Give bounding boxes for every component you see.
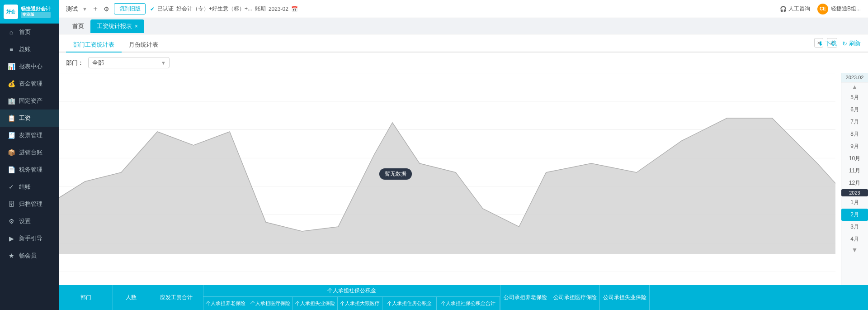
th-personal-housing-fund: 个人承担住房公积金 <box>382 297 437 310</box>
app-logo: 好会 畅捷通好会计 专业版 <box>0 0 59 24</box>
logo-icon: 好会 <box>4 5 18 19</box>
topbar: 测试 ▼ ＋ ⚙ 切到旧版 ✔ 已认证 好会计（专）+好生意（标）+... 账期… <box>59 0 868 18</box>
page-content: × ⤢ 部门工资统计表 月份统计表 ⬇ 下载 ↻ 刷新 部门： <box>59 34 868 310</box>
th-company-pension: 公司承担养老保险 <box>500 285 550 310</box>
sidebar-item-label: 报表中心 <box>19 62 42 71</box>
avatar: CE <box>817 4 828 14</box>
sidebar-item-funds[interactable]: 💰资金管理 <box>0 75 59 92</box>
dept-filter-wrap: 全部 ▼ <box>88 57 170 68</box>
subtab-dept[interactable]: 部门工资统计表 <box>66 38 122 52</box>
th-company-unemploy: 公司承担失业保险 <box>600 285 650 310</box>
sidebar-item-sales[interactable]: 📦进销台账 <box>0 144 59 161</box>
th-total-salary: 应发工资合计 <box>149 285 203 310</box>
filter-row: 部门： 全部 ▼ <box>59 52 868 73</box>
th-group-personal-cells: 个人承担养老保险 个人承担医疗保险 个人承担失业保险 个人承担大额医疗 个人承担… <box>203 297 500 310</box>
archive-icon: 🗄 <box>7 200 15 208</box>
add-icon[interactable]: ＋ <box>92 4 99 14</box>
sidebar-item-ledger[interactable]: ≡总账 <box>0 41 59 58</box>
sidebar-item-tax[interactable]: 📄税务管理 <box>0 161 59 178</box>
sales-icon: 📦 <box>7 149 15 156</box>
funds-icon: 💰 <box>7 80 15 87</box>
right-panel-month-12[interactable]: 12月 <box>841 177 868 189</box>
sidebar-item-archive[interactable]: 🗄归档管理 <box>0 196 59 213</box>
guide-icon: ▶ <box>7 235 15 242</box>
sidebar-item-reports[interactable]: 📊报表中心 <box>0 58 59 75</box>
refresh-button[interactable]: ↻ 刷新 <box>842 39 861 48</box>
sidebar: 好会 畅捷通好会计 专业版 ⌂首页≡总账📊报表中心💰资金管理🏢固定资产📋工资🧾发… <box>0 0 59 310</box>
subtab-monthly[interactable]: 月份统计表 <box>122 38 165 52</box>
right-panel-month-9[interactable]: 9月 <box>841 140 868 153</box>
th-personal-unemploy: 个人承担失业保险 <box>293 297 338 310</box>
th-personal-medical: 个人承担医疗保险 <box>248 297 293 310</box>
payroll-icon: 📋 <box>7 114 15 122</box>
th-group-personal-label: 个人承担社保公积金 <box>203 285 500 297</box>
right-panel-month-7[interactable]: 7月 <box>841 116 868 128</box>
status-bar: ✔ 已认证 好会计（专）+好生意（标）+... 账期 2023-02 📅 <box>150 5 298 13</box>
sidebar-item-member[interactable]: ★畅会员 <box>0 247 59 264</box>
service-button[interactable]: 🎧 人工咨询 <box>780 5 810 13</box>
user-menu[interactable]: CE 轻捷通B组... <box>817 4 861 14</box>
sidebar-item-invoices[interactable]: 🧾发票管理 <box>0 127 59 144</box>
calendar-icon[interactable]: 📅 <box>291 6 298 12</box>
sidebar-item-payroll[interactable]: 📋工资 <box>0 110 59 127</box>
th-personal-major-medical: 个人承担大额医疗 <box>338 297 382 310</box>
right-panel-month-3[interactable]: 3月 <box>841 221 868 233</box>
settle-icon: ✓ <box>7 183 15 191</box>
status-tags: 好会计（专）+好生意（标）+... <box>176 5 252 13</box>
reports-icon: 📊 <box>7 63 15 70</box>
settings-icon: ⚙ <box>7 218 15 225</box>
right-panel-month-1[interactable]: 1月 <box>841 196 868 209</box>
chart-svg-container: 暂无数据 <box>59 73 835 272</box>
right-panel-month-6[interactable]: 6月 <box>841 104 868 116</box>
sidebar-item-label: 固定资产 <box>19 97 42 105</box>
invoices-icon: 🧾 <box>7 132 15 139</box>
certified-icon: ✔ <box>150 6 155 12</box>
chart-section: 0 50 100 150 200 250 300 350 <box>59 73 868 285</box>
switch-version-button[interactable]: 切到旧版 <box>114 3 146 14</box>
th-dept: 部门 <box>59 285 113 310</box>
sidebar-item-guide[interactable]: ▶新手引导 <box>0 230 59 247</box>
settings-icon[interactable]: ⚙ <box>104 5 109 13</box>
sidebar-item-label: 进销台账 <box>19 148 42 157</box>
right-panel-month-10[interactable]: 10月 <box>841 153 868 165</box>
download-button[interactable]: ⬇ 下载 <box>818 39 837 48</box>
sidebar-item-settle[interactable]: ✓结账 <box>0 178 59 196</box>
sidebar-item-label: 归档管理 <box>19 200 42 208</box>
sidebar-item-label: 首页 <box>19 28 31 36</box>
ledger-icon: ≡ <box>7 46 15 53</box>
tab-close-icon[interactable]: × <box>135 23 138 29</box>
tab-home[interactable]: 首页 <box>66 19 90 33</box>
right-panel-month-8[interactable]: 8月 <box>841 128 868 140</box>
sidebar-item-settings[interactable]: ⚙设置 <box>0 213 59 230</box>
sidebar-item-home[interactable]: ⌂首页 <box>0 24 59 41</box>
tax-icon: 📄 <box>7 166 15 173</box>
right-panel-month-5[interactable]: 5月 <box>841 91 868 104</box>
right-panel-month-4[interactable]: 4月 <box>841 233 868 245</box>
th-company-medical: 公司承担医疗保险 <box>550 285 600 310</box>
table-header: 部门 人数 应发工资合计 个人承担社保公积金 个人承担养老保险 个人承担医疗保险… <box>59 285 868 310</box>
assets-icon: 🏢 <box>7 97 15 105</box>
topbar-right: 🎧 人工咨询 CE 轻捷通B组... <box>780 4 861 14</box>
subtab-actions: ⬇ 下载 ↻ 刷新 <box>818 39 861 50</box>
company-name: 测试 <box>66 5 78 13</box>
sidebar-item-label: 工资 <box>19 114 31 122</box>
th-group-personal: 个人承担社保公积金 个人承担养老保险 个人承担医疗保险 个人承担失业保险 个人承… <box>203 285 500 310</box>
logo-text: 畅捷通好会计 专业版 <box>21 5 51 18</box>
sidebar-item-label: 新手引导 <box>19 234 42 243</box>
right-panel-month-2-active[interactable]: 2月 <box>841 209 868 221</box>
right-panel-month-11[interactable]: 11月 <box>841 165 868 177</box>
right-panel-next-button[interactable]: ▼ <box>851 245 859 254</box>
dept-filter-select[interactable]: 全部 <box>88 57 170 68</box>
tab-payroll[interactable]: 工资统计报表 × <box>90 19 144 33</box>
sidebar-item-label: 结账 <box>19 183 31 191</box>
sidebar-item-label: 发票管理 <box>19 131 42 139</box>
th-personal-pension: 个人承担养老保险 <box>203 297 248 310</box>
dropdown-arrow-icon[interactable]: ▼ <box>82 6 87 12</box>
tab-bar: 首页 工资统计报表 × <box>59 18 868 34</box>
chart-area: 0 50 100 150 200 250 300 350 <box>59 73 840 285</box>
sidebar-item-label: 资金管理 <box>19 80 42 88</box>
right-panel-prev-button[interactable]: ▲ <box>851 82 859 91</box>
sidebar-item-assets[interactable]: 🏢固定资产 <box>0 92 59 110</box>
main-content: 测试 ▼ ＋ ⚙ 切到旧版 ✔ 已认证 好会计（专）+好生意（标）+... 账期… <box>59 0 868 310</box>
home-icon: ⌂ <box>7 29 15 36</box>
